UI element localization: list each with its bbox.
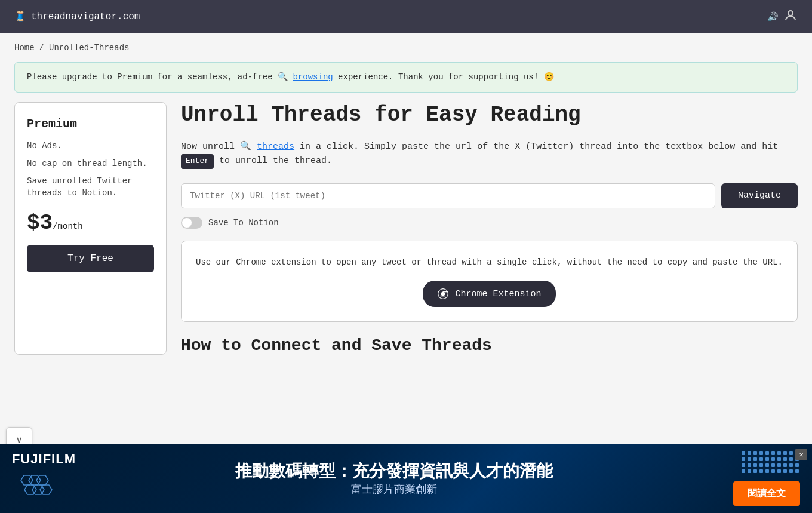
desc-middle: in a click. Simply paste the url of the …: [300, 142, 778, 152]
save-notion-row: Save To Notion: [181, 217, 798, 229]
try-free-button[interactable]: Try Free: [27, 245, 154, 272]
notice-search-icon: 🔍: [278, 72, 293, 82]
extension-box: Use our Chrome extension to open any twe…: [181, 241, 798, 322]
description: Now unroll 🔍 threads in a click. Simply …: [181, 140, 798, 169]
toggle-knob: [182, 218, 192, 228]
chrome-extension-button[interactable]: Chrome Extension: [423, 281, 555, 307]
section-heading: How to Connect and Save Threads: [181, 336, 798, 355]
breadcrumb-sep: /: [39, 43, 44, 53]
notice-text-after: experience. Thank you for supporting us!…: [338, 72, 553, 82]
url-input-row: Navigate: [181, 183, 798, 208]
desc-before: Now unroll: [181, 142, 235, 152]
header-brand: 🧵 threadnavigator.com: [14, 11, 140, 23]
logo-icon: 🧵: [14, 11, 26, 23]
enter-key-badge: Enter: [181, 154, 214, 169]
page-title: Unroll Threads for Easy Reading: [181, 102, 798, 128]
notice-text-before: Please upgrade to Premium for a seamless…: [27, 72, 273, 82]
extension-text: Use our Chrome extension to open any twe…: [196, 256, 783, 269]
breadcrumb-current: Unrolled-Threads: [49, 43, 129, 53]
site-name: threadnavigator.com: [31, 11, 140, 22]
premium-card: Premium No Ads. No cap on thread length.…: [14, 102, 167, 355]
save-notion-label: Save To Notion: [208, 218, 279, 228]
volume-icon: 🔊: [767, 11, 779, 23]
extension-btn-row: Chrome Extension: [196, 281, 783, 307]
main-content: Premium No Ads. No cap on thread length.…: [0, 102, 812, 369]
notice-bar: Please upgrade to Premium for a seamless…: [14, 62, 798, 93]
breadcrumb-home[interactable]: Home: [14, 43, 35, 53]
desc-search-icon: 🔍: [240, 142, 257, 152]
url-input[interactable]: [181, 183, 715, 208]
price-amount: $3: [27, 211, 53, 235]
breadcrumb: Home / Unrolled-Threads: [0, 33, 812, 62]
desc-after: to unroll the thread.: [219, 156, 332, 166]
right-content: Unroll Threads for Easy Reading Now unro…: [181, 102, 798, 355]
header: 🧵 threadnavigator.com 🔊: [0, 0, 812, 33]
header-actions: 🔊: [767, 8, 798, 26]
premium-title: Premium: [27, 117, 154, 131]
notice-link[interactable]: browsing: [293, 72, 333, 82]
save-notion-toggle[interactable]: [181, 217, 202, 229]
premium-feature-3: Save unrolled Twitter threads to Notion.: [27, 176, 154, 199]
chrome-ext-label: Chrome Extension: [455, 289, 541, 299]
desc-link[interactable]: threads: [257, 142, 294, 152]
premium-feature-2: No cap on thread length.: [27, 158, 154, 170]
premium-feature-1: No Ads.: [27, 140, 154, 152]
navigate-button[interactable]: Navigate: [721, 183, 798, 208]
price-period: /month: [53, 222, 82, 231]
user-icon[interactable]: [783, 8, 798, 26]
svg-point-0: [788, 11, 793, 16]
chrome-icon: [437, 288, 449, 300]
premium-price: $3/month: [27, 211, 154, 235]
